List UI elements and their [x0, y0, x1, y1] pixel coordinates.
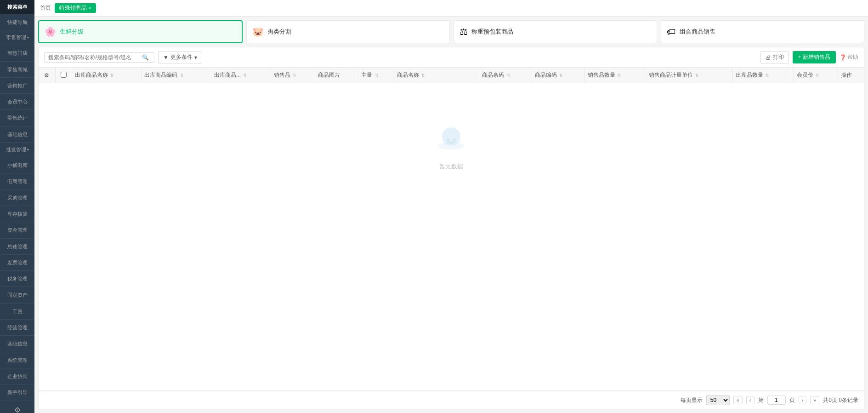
filter-icon: ▼: [163, 54, 169, 61]
sidebar-item-retail-stats[interactable]: 零售统计: [0, 110, 34, 126]
sidebar-item-smart-store[interactable]: 智慧门店: [0, 45, 34, 61]
sort-icon: ⇅: [816, 73, 819, 78]
chevron-down-icon: ▾: [27, 148, 29, 152]
col-out-qty[interactable]: 出库品数量 ⇅: [732, 68, 794, 83]
sidebar-item-retail-mgmt[interactable]: 零售管理 ▾: [0, 30, 34, 45]
total-label: 共0页 0条记录: [823, 396, 858, 404]
col-out-product-code[interactable]: 出库商品编码 ⇅: [142, 68, 211, 83]
sidebar-item-finance-mgmt[interactable]: 资金管理: [0, 222, 34, 238]
svg-rect-5: [449, 142, 454, 143]
content-area: 🌸 生鲜分级 🐷 肉类分割 ⚖ 称重预包装商品 🏷 组合商品销售 🔍: [34, 17, 868, 413]
sidebar-item-label: 资金管理: [7, 227, 28, 233]
sidebar-item-fixed-assets[interactable]: 固定资产: [0, 287, 34, 303]
sidebar-item-salary[interactable]: 工资: [0, 304, 34, 320]
help-label: 帮助: [847, 53, 858, 61]
sidebar-item-label: 小畅电商: [7, 162, 28, 168]
sidebar-item-label: 系统管理: [7, 357, 28, 363]
new-sales-product-button[interactable]: + 新增销售品: [793, 51, 836, 63]
print-label: 打印: [773, 53, 784, 61]
close-tab-icon[interactable]: ×: [89, 6, 91, 11]
sidebar-item-label: 电商管理: [7, 178, 28, 184]
sidebar-item-ops-mgmt[interactable]: 经营管理: [0, 320, 34, 336]
sidebar-item-mini-ecom[interactable]: 小畅电商: [0, 157, 34, 173]
col-settings[interactable]: ⚙: [39, 68, 55, 83]
col-out-product-name[interactable]: 出库商品名称 ⇅: [72, 68, 142, 83]
col-checkbox[interactable]: [55, 68, 72, 83]
combo-sales-icon: 🏷: [667, 27, 676, 37]
sidebar-item-company-agreement[interactable]: 企业协同: [0, 368, 34, 384]
data-table: ⚙ 出库商品名称 ⇅ 出库商品编码 ⇅ 出库商品... ⇅: [39, 68, 864, 83]
sidebar-item-label: 智慧门店: [7, 50, 28, 56]
sidebar-item-general-ledger[interactable]: 总账管理: [0, 239, 34, 255]
col-sales-unit[interactable]: 销售商品计量单位 ⇅: [646, 68, 732, 83]
first-page-button[interactable]: «: [733, 396, 743, 404]
page-size-select[interactable]: 10 20 50 100: [706, 395, 730, 405]
sidebar-item-inventory[interactable]: 库存核算: [0, 206, 34, 222]
last-page-button[interactable]: »: [810, 396, 819, 404]
search-icon[interactable]: 🔍: [142, 54, 149, 61]
col-product-image[interactable]: 商品图片: [315, 68, 358, 83]
sidebar-item-label: 税务管理: [7, 275, 28, 282]
active-tab-tag[interactable]: 特殊销售品 ×: [55, 3, 96, 13]
col-out-product-x[interactable]: 出库商品... ⇅: [211, 68, 271, 83]
sidebar-item-label: 工资: [12, 308, 23, 315]
help-button[interactable]: ❓ 帮助: [840, 53, 858, 61]
main-content: 首页 特殊销售品 × 🌸 生鲜分级 🐷 肉类分割 ⚖ 称重预包装商品 🏷 组合商…: [34, 0, 868, 413]
gear-icon[interactable]: ⚙: [0, 401, 34, 413]
empty-state: 暂无数据: [39, 83, 864, 207]
tab-weigh-prepack-label: 称重预包装商品: [471, 28, 513, 36]
col-product-name[interactable]: 商品名称 ⇅: [394, 68, 479, 83]
sidebar-item-invoice-mgmt[interactable]: 发票管理: [0, 255, 34, 271]
sidebar-item-member-center[interactable]: 会员中心: [0, 94, 34, 110]
sort-icon: ⇅: [375, 73, 379, 78]
sidebar-item-basic-info-2[interactable]: 基础信息: [0, 336, 34, 352]
col-sales-qty[interactable]: 销售品数量 ⇅: [584, 68, 646, 83]
chevron-down-icon: ▾: [27, 35, 29, 40]
toolbar: 🔍 ▼ 更多条件 ▾ 🖨 打印 + 新增销售品 ❓ 帮助: [38, 47, 864, 68]
sidebar-item-tax-mgmt[interactable]: 税务管理: [0, 271, 34, 287]
sidebar-item-new-guide[interactable]: 新手引导: [0, 384, 34, 401]
sort-icon: ⇅: [180, 73, 184, 78]
tab-meat-division[interactable]: 🐷 肉类分割: [246, 20, 450, 43]
sidebar-item-quick-nav[interactable]: 快捷导航: [0, 14, 34, 30]
sidebar-item-label: 基础信息: [7, 340, 28, 347]
sidebar: 搜索菜单 快捷导航 零售管理 ▾ 智慧门店 零售商城 营销推广 会员中心 零售统…: [0, 0, 34, 413]
prev-page-button[interactable]: ‹: [746, 396, 755, 404]
home-link[interactable]: 首页: [40, 4, 51, 12]
sidebar-item-label: 营销推广: [7, 82, 28, 89]
sidebar-item-sys-mgmt[interactable]: 系统管理: [0, 352, 34, 368]
sidebar-item-ecom-mgmt[interactable]: 电商管理: [0, 173, 34, 189]
tab-fresh-grade[interactable]: 🌸 生鲜分级: [38, 20, 243, 43]
sidebar-item-label: 会员中心: [7, 98, 28, 105]
sidebar-item-purchase-mgmt[interactable]: 采购管理: [0, 190, 34, 206]
print-button[interactable]: 🖨 打印: [760, 51, 789, 63]
filter-label: 更多条件: [170, 53, 193, 61]
sidebar-item-label: 采购管理: [7, 195, 28, 201]
sidebar-item-label: 基础信息: [7, 131, 28, 138]
sidebar-item-sales-promo[interactable]: 营销推广: [0, 78, 34, 94]
print-icon: 🖨: [766, 54, 771, 61]
sidebar-item-retail-mall[interactable]: 零售商城: [0, 62, 34, 78]
sort-icon: ⇅: [766, 73, 769, 78]
next-page-button[interactable]: ›: [799, 396, 807, 404]
search-input[interactable]: [48, 54, 140, 61]
col-member-price[interactable]: 会员价 ⇅: [794, 68, 838, 83]
page-number-input[interactable]: [767, 396, 786, 405]
tab-combo-sales[interactable]: 🏷 组合商品销售: [661, 20, 864, 43]
sidebar-item-label: 企业协同: [7, 373, 28, 379]
filter-button[interactable]: ▼ 更多条件 ▾: [158, 51, 202, 63]
select-all-checkbox[interactable]: [61, 72, 67, 78]
sidebar-logo[interactable]: 搜索菜单: [0, 0, 34, 14]
col-product-barcode[interactable]: 商品条码 ⇅: [479, 68, 532, 83]
sort-icon: ⇅: [695, 73, 699, 78]
col-product-code[interactable]: 商品编码 ⇅: [532, 68, 584, 83]
new-sales-product-label: + 新增销售品: [798, 53, 830, 61]
col-weight[interactable]: 主量 ⇅: [358, 68, 394, 83]
meat-division-icon: 🐷: [252, 26, 264, 37]
sidebar-item-basic-info-1[interactable]: 基础信息: [0, 126, 34, 143]
sidebar-item-batch-mgmt[interactable]: 批发管理 ▾: [0, 143, 34, 157]
sidebar-item-label: 经营管理: [7, 324, 28, 331]
col-sales-product[interactable]: 销售品 ⇅: [271, 68, 315, 83]
tab-weigh-prepack[interactable]: ⚖ 称重预包装商品: [454, 20, 657, 43]
sidebar-item-label: 批发管理: [6, 146, 26, 153]
